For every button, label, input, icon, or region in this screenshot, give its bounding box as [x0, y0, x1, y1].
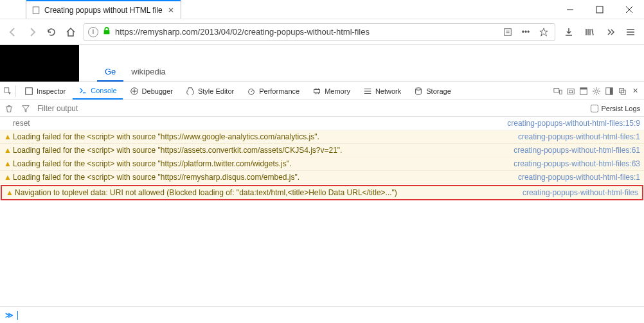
devtools-panel: Inspector Console Debugger Style Editor … — [0, 82, 644, 200]
svg-rect-5 — [104, 30, 110, 34]
page-content: Ge wikipedia — [0, 45, 644, 82]
warning-icon: ▲ — [4, 159, 13, 168]
site-info-icon[interactable]: i — [88, 27, 98, 37]
svg-rect-18 — [554, 88, 559, 92]
svg-rect-28 — [621, 90, 625, 94]
svg-rect-26 — [610, 87, 613, 94]
console-message: Loading failed for the <script> with sou… — [13, 159, 507, 168]
maximize-button[interactable] — [585, 0, 614, 19]
persist-checkbox[interactable] — [591, 105, 598, 112]
bookmark-icon[interactable] — [537, 25, 551, 39]
console-row: resetcreating-popups-without-html-files:… — [0, 117, 644, 130]
svg-rect-23 — [580, 87, 587, 89]
tab-storage[interactable]: Storage — [408, 83, 457, 99]
tab-inspector[interactable]: Inspector — [19, 83, 71, 99]
devtools-toolbar: Inspector Console Debugger Style Editor … — [0, 82, 644, 100]
warning-icon: ▲ — [4, 146, 13, 155]
svg-rect-13 — [26, 87, 33, 94]
reader-icon[interactable] — [501, 25, 515, 39]
minimize-button[interactable] — [555, 0, 585, 19]
console-message: reset — [13, 119, 501, 128]
window-titlebar: Creating popups without HTML file ✕ — [0, 0, 644, 19]
reload-button[interactable] — [45, 26, 58, 39]
tab-console[interactable]: Console — [73, 83, 122, 100]
svg-rect-27 — [620, 88, 624, 92]
responsive-icon[interactable] — [553, 86, 563, 96]
back-button[interactable] — [6, 26, 19, 39]
tab-memory[interactable]: Memory — [307, 83, 356, 99]
console-row: ▲Loading failed for the <script> with so… — [0, 157, 644, 171]
url-bar[interactable]: i ••• — [84, 23, 555, 41]
overflow-icon[interactable] — [603, 25, 617, 39]
console-row: ▲Loading failed for the <script> with so… — [0, 130, 644, 144]
svg-rect-16 — [314, 89, 320, 92]
prompt-icon: ≫ — [5, 311, 13, 320]
console-filter-bar: Persist Logs — [0, 100, 644, 117]
settings-icon[interactable] — [591, 86, 602, 96]
console-row: ▲Navigation to toplevel data: URI not al… — [1, 185, 643, 200]
console-location[interactable]: creating-popups-without-html-files — [516, 188, 638, 197]
svg-rect-20 — [568, 89, 575, 94]
filter-icon[interactable] — [21, 103, 31, 114]
svg-rect-21 — [569, 91, 572, 93]
dock-window-icon[interactable] — [617, 86, 627, 96]
tab-style-editor[interactable]: Style Editor — [180, 83, 240, 99]
console-location[interactable]: creating-popups-without-html-files:15:9 — [501, 119, 640, 128]
svg-rect-0 — [33, 6, 39, 13]
lock-icon — [102, 26, 111, 37]
library-icon[interactable] — [582, 25, 596, 39]
nav-toolbar: i ••• — [0, 19, 644, 45]
close-devtools-icon[interactable]: ✕ — [630, 86, 640, 96]
dock-side-icon[interactable] — [604, 86, 614, 96]
warning-icon: ▲ — [4, 173, 13, 182]
page-tab-other[interactable]: wikipedia — [123, 63, 173, 82]
tab-network[interactable]: Network — [357, 83, 407, 99]
iframe-picker-icon[interactable] — [578, 86, 589, 96]
console-message: Navigation to toplevel data: URI not all… — [15, 188, 516, 197]
console-row: ▲Loading failed for the <script> with so… — [0, 144, 644, 157]
svg-rect-19 — [560, 90, 562, 94]
console-location[interactable]: creating-popups-without-html-files:1 — [512, 173, 640, 182]
console-message: Loading failed for the <script> with sou… — [13, 132, 512, 141]
close-tab-icon[interactable]: ✕ — [166, 6, 175, 15]
svg-rect-12 — [4, 87, 9, 92]
page-tab-active[interactable]: Ge — [97, 63, 123, 82]
persist-logs-toggle[interactable]: Persist Logs — [591, 105, 640, 112]
tab-title: Creating popups without HTML file — [44, 6, 163, 15]
svg-rect-2 — [596, 6, 603, 13]
screenshot-node-icon[interactable] — [566, 86, 576, 96]
svg-point-24 — [595, 89, 598, 92]
warning-icon: ▲ — [4, 132, 13, 141]
warning-icon: ▲ — [6, 188, 15, 197]
more-actions-icon[interactable]: ••• — [519, 25, 533, 39]
console-message: Loading failed for the <script> with sou… — [13, 146, 507, 155]
forward-button[interactable] — [26, 26, 39, 39]
console-location[interactable]: creating-popups-without-html-files:1 — [512, 132, 640, 141]
filter-input[interactable] — [37, 104, 584, 113]
console-location[interactable]: creating-popups-without-html-files:63 — [507, 159, 640, 168]
warning-icon — [4, 119, 13, 128]
url-input[interactable] — [115, 27, 497, 37]
menu-icon[interactable] — [623, 25, 638, 39]
console-location[interactable]: creating-popups-without-html-files:61 — [507, 146, 640, 155]
console-input-line[interactable]: ≫ — [0, 306, 644, 323]
element-picker-icon[interactable] — [3, 86, 13, 96]
input-caret — [17, 311, 18, 320]
home-button[interactable] — [64, 26, 77, 39]
svg-rect-6 — [505, 28, 512, 35]
tab-debugger[interactable]: Debugger — [124, 83, 179, 99]
console-row: ▲Loading failed for the <script> with so… — [0, 171, 644, 184]
tab-performance[interactable]: Performance — [241, 83, 305, 99]
clear-console-icon[interactable] — [4, 103, 14, 114]
page-icon — [31, 6, 40, 15]
close-window-button[interactable] — [614, 0, 644, 19]
browser-tab[interactable]: Creating popups without HTML file ✕ — [26, 0, 181, 19]
console-output: resetcreating-popups-without-html-files:… — [0, 117, 644, 200]
downloads-icon[interactable] — [562, 25, 576, 39]
page-tabs: Ge wikipedia — [97, 63, 174, 82]
console-message: Loading failed for the <script> with sou… — [13, 173, 512, 182]
svg-point-17 — [416, 87, 422, 90]
